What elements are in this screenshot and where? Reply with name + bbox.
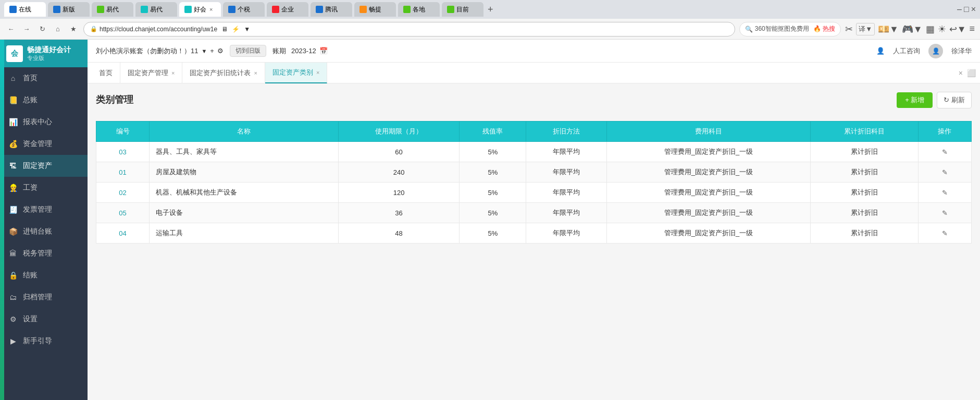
browser-tab-3[interactable]: 易代 — [92, 2, 133, 17]
browser-tab-4[interactable]: 易代 — [135, 2, 177, 17]
add-button[interactable]: + 新增 — [897, 92, 933, 108]
cell-code-3[interactable]: 05 — [96, 203, 150, 223]
edit-button-0[interactable]: ✎ — [942, 148, 948, 156]
cell-period-1: 240 — [338, 162, 459, 183]
table-row: 01 房屋及建筑物 240 5% 年限平均 管理费用_固定资产折旧_一级 累计折… — [96, 162, 972, 183]
browser-tab-2[interactable]: 新版 — [48, 2, 90, 17]
support-label[interactable]: 人工咨询 — [893, 46, 920, 56]
tab-close-depreciation[interactable]: × — [254, 70, 257, 76]
table-row: 04 运输工具 48 5% 年限平均 管理费用_固定资产折旧_一级 累计折旧 ✎ — [96, 223, 972, 244]
close-window-button[interactable]: × — [971, 5, 976, 14]
sidebar-label-home: 首页 — [23, 74, 38, 83]
edit-button-1[interactable]: ✎ — [942, 168, 948, 176]
minimize-button[interactable]: – — [957, 5, 962, 14]
user-info: 刘小艳演示账套（勿删勿动！）11 ▼ + ⚙ — [96, 46, 224, 56]
browser-tab-5[interactable]: 好会 × — [179, 2, 221, 17]
back-button[interactable]: ← — [5, 23, 17, 35]
sidebar-item-settings[interactable]: ⚙ 设置 — [0, 308, 88, 330]
sidebar-item-inventory[interactable]: 📦 进销台账 — [0, 221, 88, 243]
left-stripe — [0, 40, 4, 400]
cell-code-0[interactable]: 03 — [96, 142, 150, 162]
game-icon[interactable]: 🎮▼ — [902, 23, 923, 35]
brightness-icon[interactable]: ☀ — [938, 23, 946, 35]
bookmark-button[interactable]: ★ — [68, 23, 79, 35]
browser-tab-11[interactable]: 目前 — [442, 2, 483, 17]
table-body: 03 器具、工具、家具等 60 5% 年限平均 管理费用_固定资产折旧_一级 累… — [96, 142, 972, 244]
refresh-button[interactable]: ↻ 刷新 — [937, 92, 972, 108]
tab-close-5[interactable]: × — [209, 6, 213, 13]
grid-icon[interactable]: ▦ — [926, 23, 935, 35]
sidebar-item-fixed-assets[interactable]: 🏗 固定资产 — [0, 155, 88, 177]
sidebar-item-tax[interactable]: 🏛 税务管理 — [0, 243, 88, 264]
undo-icon[interactable]: ↩▼ — [949, 23, 966, 35]
currency-icon[interactable]: 💴▼ — [878, 23, 899, 35]
browser-tools: ✂ 译▼ 💴▼ 🎮▼ ▦ ☀ ↩▼ ≡ — [845, 23, 975, 35]
cell-accumulated-3: 累计折旧 — [811, 203, 918, 223]
home-icon: ⌂ — [8, 74, 18, 83]
cell-code-1[interactable]: 01 — [96, 162, 150, 183]
browser-tab-active[interactable]: 在线 — [4, 2, 46, 17]
tab-close-fixed-mgmt[interactable]: × — [171, 70, 175, 76]
expand-tabs-button[interactable]: ⬜ — [967, 69, 976, 77]
calendar-icon[interactable]: 📅 — [319, 47, 328, 55]
forward-button[interactable]: → — [21, 23, 32, 35]
main-content: 刘小艳演示账套（勿删勿动！）11 ▼ + ⚙ 切到旧版 账期 2023-12 📅… — [88, 40, 980, 400]
tab-depreciation[interactable]: 固定资产折旧统计表 × — [182, 63, 265, 83]
browser-tab-9[interactable]: 畅提 — [354, 2, 396, 17]
sidebar-item-fund[interactable]: 💰 资金管理 — [0, 133, 88, 155]
col-header-period: 使用期限（月） — [338, 122, 459, 142]
tab-icon-10 — [403, 6, 411, 13]
sidebar-item-invoice[interactable]: 🧾 发票管理 — [0, 199, 88, 221]
menu-icon[interactable]: ≡ — [969, 23, 975, 34]
sidebar-item-ledger[interactable]: 📒 总账 — [0, 89, 88, 111]
close-all-tabs-button[interactable]: × — [959, 69, 963, 77]
sidebar-item-close[interactable]: 🔒 结账 — [0, 264, 88, 286]
sidebar-header: 会 畅捷通好会计 专业版 — [0, 40, 88, 67]
browser-tab-10[interactable]: 各地 — [398, 2, 440, 17]
edit-button-2[interactable]: ✎ — [942, 189, 948, 197]
sidebar-item-payroll[interactable]: 👷 工资 — [0, 177, 88, 199]
tab-home[interactable]: 首页 — [92, 63, 120, 83]
fixed-assets-icon: 🏗 — [8, 161, 18, 171]
cell-accumulated-1: 累计折旧 — [811, 162, 918, 183]
browser-tab-7[interactable]: 企业 — [267, 2, 308, 17]
edit-button-4[interactable]: ✎ — [942, 229, 948, 237]
sidebar-item-guide[interactable]: ▶ 新手引导 — [0, 330, 88, 352]
home-nav-button[interactable]: ⌂ — [52, 23, 64, 35]
tab-home-label: 首页 — [99, 68, 113, 78]
search-bar[interactable]: 🔍 360智能抠图免费用 🔥 热搜 — [739, 22, 841, 37]
tab-label: 在线 — [19, 5, 31, 14]
reload-button[interactable]: ↻ — [36, 23, 48, 35]
col-header-accumulated: 累计折旧科目 — [811, 122, 918, 142]
tab-icon-11 — [447, 6, 454, 13]
user-avatar-name[interactable]: 徐泽华 — [951, 46, 972, 56]
sidebar-item-archive[interactable]: 🗂 归档管理 — [0, 286, 88, 308]
tab-close-category[interactable]: × — [316, 69, 319, 76]
maximize-button[interactable]: □ — [964, 5, 969, 14]
settings-topbar-button[interactable]: ⚙ — [217, 47, 224, 55]
new-tab-button[interactable]: + — [488, 4, 493, 15]
cut-icon[interactable]: ✂ — [845, 23, 853, 35]
cell-code-2[interactable]: 02 — [96, 183, 150, 203]
browser-tab-8[interactable]: 腾讯 — [311, 2, 352, 17]
tab-label-8: 腾讯 — [325, 5, 338, 14]
tab-label-4: 易代 — [150, 5, 163, 14]
tab-icon-8 — [316, 6, 323, 13]
cell-code-4[interactable]: 04 — [96, 223, 150, 244]
old-version-button[interactable]: 切到旧版 — [230, 45, 266, 57]
address-bar[interactable]: 🔒 https://cloud.chanjet.com/accounting/u… — [83, 22, 735, 37]
cell-period-2: 120 — [338, 183, 459, 203]
browser-tab-6[interactable]: 个税 — [223, 2, 265, 17]
cell-residual-1: 5% — [460, 162, 526, 183]
settings-icon: ⚙ — [8, 314, 18, 324]
translate-icon[interactable]: 译▼ — [856, 23, 875, 35]
tab-bar-actions: × ⬜ — [959, 69, 976, 77]
sidebar-item-report[interactable]: 📊 报表中心 — [0, 111, 88, 133]
tab-fixed-mgmt[interactable]: 固定资产管理 × — [120, 63, 182, 83]
notifications-button[interactable]: + — [210, 47, 214, 55]
tab-category[interactable]: 固定资产类别 × — [265, 63, 327, 83]
inventory-icon: 📦 — [8, 227, 18, 236]
sidebar-item-home[interactable]: ⌂ 首页 — [0, 67, 88, 89]
edit-button-3[interactable]: ✎ — [942, 209, 948, 217]
cell-residual-3: 5% — [460, 203, 526, 223]
